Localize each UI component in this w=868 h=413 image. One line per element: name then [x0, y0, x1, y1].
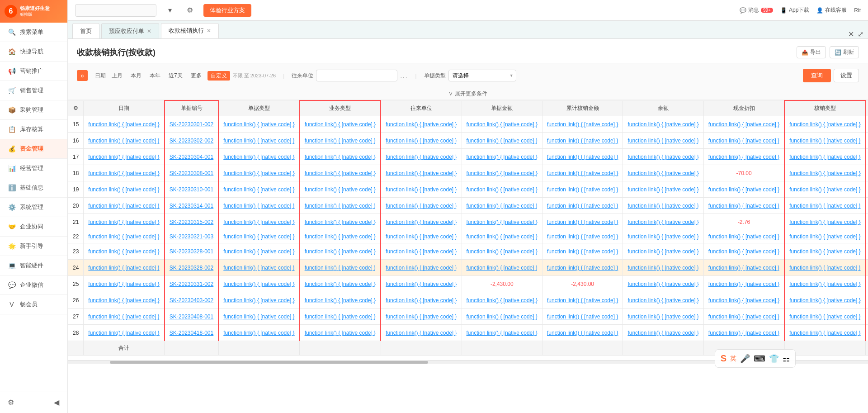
- sidebar-item-quicknav[interactable]: 🏠快捷导航: [0, 42, 67, 62]
- receipt-link[interactable]: function link() { [native code] }: [386, 297, 457, 304]
- receipt-link[interactable]: function link() { [native code] }: [305, 186, 376, 193]
- receipt-link[interactable]: function link() { [native code] }: [547, 219, 618, 225]
- receipt-link[interactable]: function link() { [native code] }: [789, 265, 860, 271]
- receipt-link[interactable]: SK-20230304-001: [170, 154, 213, 160]
- receipt-link[interactable]: function link() { [native code] }: [627, 281, 698, 287]
- receipt-link[interactable]: function link() { [native code] }: [708, 233, 779, 240]
- receipt-link[interactable]: function link() { [native code] }: [627, 170, 698, 176]
- sidebar-item-sales[interactable]: 🛒销售管理: [0, 81, 67, 100]
- receipt-link[interactable]: function link() { [native code] }: [708, 154, 779, 160]
- receipt-link[interactable]: SK-20230328-002: [170, 265, 213, 271]
- date-btn-更多[interactable]: 更多: [188, 71, 205, 81]
- receipt-link[interactable]: function link() { [native code] }: [386, 121, 457, 128]
- receipt-link[interactable]: function link() { [native code] }: [708, 186, 779, 193]
- receipt-link[interactable]: function link() { [native code] }: [88, 248, 159, 255]
- cell-receipt_no[interactable]: SK-20230310-001: [165, 181, 218, 198]
- receipt-link[interactable]: function link() { [native code] }: [223, 248, 294, 255]
- receipt-link[interactable]: function link() { [native code] }: [789, 138, 860, 144]
- receipt-link[interactable]: function link() { [native code] }: [708, 203, 779, 209]
- receipt-link[interactable]: function link() { [native code] }: [386, 170, 457, 176]
- receipt-link[interactable]: SK-20230314-001: [170, 203, 213, 209]
- receipt-link[interactable]: function link() { [native code] }: [789, 330, 860, 336]
- close-tab-icon[interactable]: ✕: [848, 30, 854, 38]
- receipt-link[interactable]: function link() { [native code] }: [386, 233, 457, 240]
- receipt-link[interactable]: function link() { [native code] }: [789, 170, 860, 176]
- cell-receipt_no[interactable]: SK-20230314-001: [165, 198, 218, 214]
- receipt-link[interactable]: SK-20230328-001: [170, 248, 213, 255]
- receipt-link[interactable]: function link() { [native code] }: [467, 203, 538, 209]
- receipt-link[interactable]: function link() { [native code] }: [547, 313, 618, 320]
- cell-receipt_no[interactable]: SK-20230315-002: [165, 214, 218, 230]
- receipt-link[interactable]: function link() { [native code] }: [305, 154, 376, 160]
- message-action[interactable]: 💬 消息 99+: [740, 6, 773, 14]
- receipt-link[interactable]: SK-20230308-001: [170, 170, 213, 176]
- receipt-link[interactable]: function link() { [native code] }: [708, 121, 779, 128]
- receipt-link[interactable]: SK-20230315-002: [170, 219, 213, 225]
- receipt-link[interactable]: SK-20230418-001: [170, 330, 213, 336]
- online-service-action[interactable]: 👤 在线客服: [816, 6, 847, 14]
- receipt-link[interactable]: function link() { [native code] }: [547, 265, 618, 271]
- app-download-action[interactable]: 📱 App下载: [780, 6, 809, 14]
- receipt-link[interactable]: function link() { [native code] }: [467, 330, 538, 336]
- receipt-link[interactable]: function link() { [native code] }: [305, 233, 376, 240]
- receipt-link[interactable]: function link() { [native code] }: [467, 313, 538, 320]
- receipt-link[interactable]: SK-20230331-002: [170, 281, 213, 287]
- receipt-link[interactable]: function link() { [native code] }: [708, 248, 779, 255]
- tab-prepay[interactable]: 预应收应付单✕: [101, 23, 159, 38]
- receipt-link[interactable]: function link() { [native code] }: [88, 203, 159, 209]
- receipt-link[interactable]: function link() { [native code] }: [223, 138, 294, 144]
- receipt-link[interactable]: function link() { [native code] }: [223, 203, 294, 209]
- receipt-link[interactable]: function link() { [native code] }: [708, 330, 779, 336]
- tab-close-icon[interactable]: ✕: [207, 28, 211, 34]
- collapse-icon[interactable]: ◀: [50, 396, 63, 408]
- cell-receipt_no[interactable]: SK-20230408-001: [165, 309, 218, 325]
- filter-expand-button[interactable]: »: [77, 70, 88, 81]
- receipt-link[interactable]: function link() { [native code] }: [386, 313, 457, 320]
- receipt-link[interactable]: function link() { [native code] }: [305, 313, 376, 320]
- export-button[interactable]: 📤 导出: [797, 46, 826, 58]
- receipt-link[interactable]: function link() { [native code] }: [547, 248, 618, 255]
- tab-close-icon[interactable]: ✕: [147, 28, 151, 34]
- receipt-link[interactable]: function link() { [native code] }: [708, 265, 779, 271]
- receipt-link[interactable]: function link() { [native code] }: [467, 121, 538, 128]
- receipt-link[interactable]: function link() { [native code] }: [386, 138, 457, 144]
- receipt-link[interactable]: function link() { [native code] }: [627, 138, 698, 144]
- receipt-link[interactable]: function link() { [native code] }: [467, 170, 538, 176]
- receipt-link[interactable]: function link() { [native code] }: [305, 219, 376, 225]
- receipt-link[interactable]: SK-20230403-002: [170, 297, 213, 304]
- receipt-link[interactable]: function link() { [native code] }: [223, 154, 294, 160]
- receipt-link[interactable]: function link() { [native code] }: [88, 219, 159, 225]
- sidebar-item-finance[interactable]: 💰资金管理: [0, 139, 67, 159]
- receipt-link[interactable]: function link() { [native code] }: [88, 233, 159, 240]
- receipt-link[interactable]: function link() { [native code] }: [789, 203, 860, 209]
- sidebar-item-enterprise[interactable]: 🤝企业协同: [0, 217, 67, 237]
- receipt-link[interactable]: function link() { [native code] }: [386, 219, 457, 225]
- receipt-link[interactable]: function link() { [native code] }: [627, 313, 698, 320]
- receipt-link[interactable]: function link() { [native code] }: [627, 297, 698, 304]
- receipt-link[interactable]: function link() { [native code] }: [223, 170, 294, 176]
- sidebar-item-operations[interactable]: 📊经营管理: [0, 159, 67, 178]
- receipt-link[interactable]: function link() { [native code] }: [88, 313, 159, 320]
- receipt-link[interactable]: function link() { [native code] }: [223, 233, 294, 240]
- receipt-link[interactable]: function link() { [native code] }: [88, 265, 159, 271]
- sidebar-item-search[interactable]: 🔍搜索菜单: [0, 23, 67, 42]
- industry-btn[interactable]: 体验行业方案: [203, 4, 251, 17]
- receipt-link[interactable]: function link() { [native code] }: [386, 154, 457, 160]
- receipt-link[interactable]: function link() { [native code] }: [627, 248, 698, 255]
- cell-receipt_no[interactable]: SK-20230328-001: [165, 243, 218, 260]
- receipt-link[interactable]: function link() { [native code] }: [305, 203, 376, 209]
- receipt-link[interactable]: function link() { [native code] }: [789, 281, 860, 287]
- receipt-link[interactable]: function link() { [native code] }: [627, 121, 698, 128]
- receipt-link[interactable]: function link() { [native code] }: [547, 297, 618, 304]
- user-name[interactable]: Rit: [854, 7, 861, 14]
- cell-receipt_no[interactable]: SK-20230308-001: [165, 165, 218, 181]
- receipt-link[interactable]: function link() { [native code] }: [223, 265, 294, 271]
- sidebar-item-basic[interactable]: ℹ️基础信息: [0, 178, 67, 198]
- sidebar-item-inventory[interactable]: 📋库存核算: [0, 120, 67, 139]
- sidebar-item-member[interactable]: V畅会员: [0, 295, 67, 314]
- receipt-link[interactable]: function link() { [native code] }: [305, 265, 376, 271]
- receipt-link[interactable]: function link() { [native code] }: [88, 186, 159, 193]
- date-btn-本年[interactable]: 本年: [146, 71, 164, 81]
- sidebar-item-purchase[interactable]: 📦采购管理: [0, 100, 67, 120]
- receipt-link[interactable]: function link() { [native code] }: [386, 265, 457, 271]
